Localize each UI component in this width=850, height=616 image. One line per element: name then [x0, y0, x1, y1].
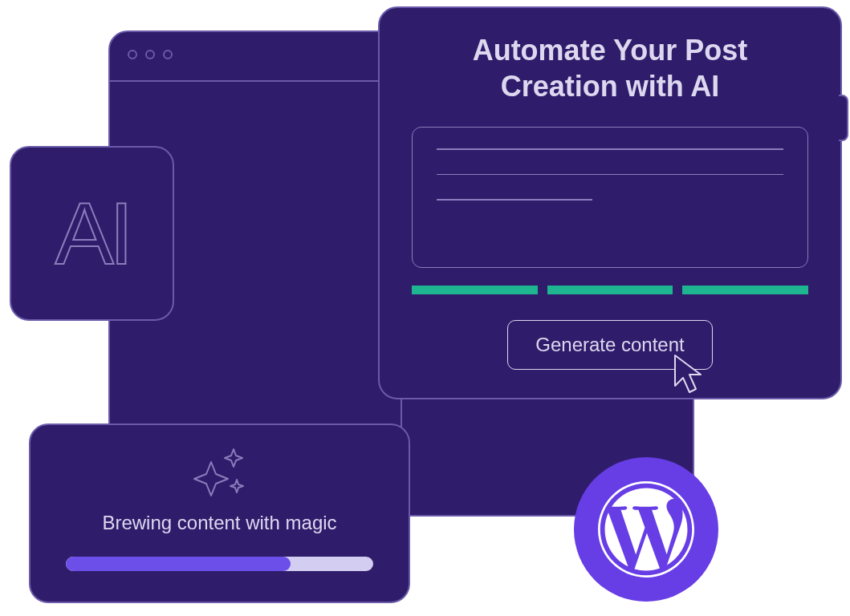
window-dot: [128, 50, 137, 59]
side-tab: [839, 95, 848, 141]
ai-label: AI: [55, 189, 129, 278]
progress-bar: [66, 557, 373, 571]
sparkles-icon: [189, 448, 251, 500]
panel-title: Automate Your Post Creation with AI: [412, 32, 808, 104]
window-dot: [163, 50, 173, 59]
content-input[interactable]: [412, 127, 808, 268]
status-card: Brewing content with magic: [29, 424, 410, 603]
progress-bar-fill: [66, 557, 291, 571]
window-dot: [145, 50, 155, 59]
text-line: [437, 148, 783, 150]
ai-card: AI: [10, 146, 174, 321]
progress-segments: [412, 286, 808, 294]
text-line: [437, 199, 592, 201]
progress-segment: [547, 286, 673, 294]
progress-segment: [682, 286, 808, 294]
text-line: [437, 174, 783, 176]
wordpress-icon: [598, 481, 694, 578]
wordpress-badge: [574, 457, 718, 602]
automate-panel: Automate Your Post Creation with AI Gene…: [378, 6, 842, 399]
cursor-icon: [673, 354, 710, 395]
progress-segment: [412, 286, 538, 294]
status-text: Brewing content with magic: [102, 512, 336, 534]
window-controls: [128, 50, 173, 59]
